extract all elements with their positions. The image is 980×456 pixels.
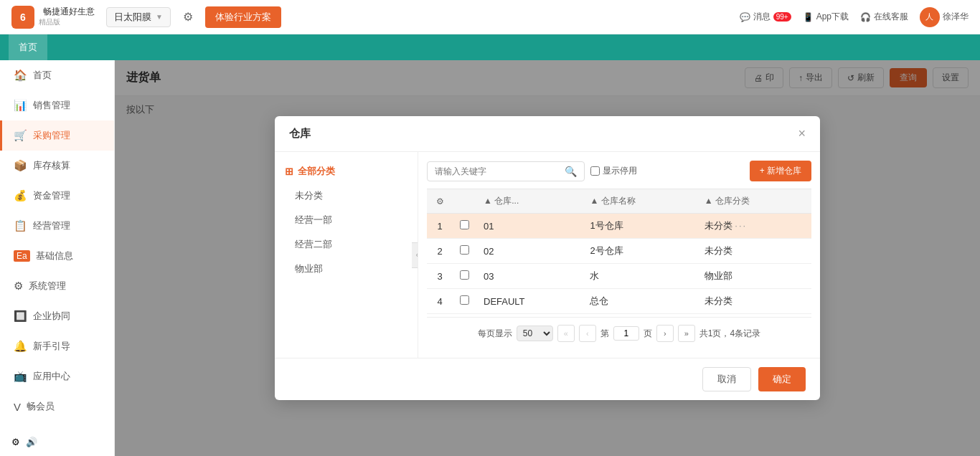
table-row[interactable]: 3 03 水 物业部	[427, 264, 811, 289]
modal-body: ⊞ 全部分类 未分类 经营一部 经营二部 物业部 «	[275, 152, 820, 358]
category-all-label: 全部分类	[298, 165, 335, 178]
settings-icon[interactable]: ⚙	[11, 437, 20, 447]
gear-icon: ⚙	[183, 10, 193, 24]
enterprise-icon: 🔲	[14, 310, 27, 323]
show-disabled-checkbox[interactable]: 显示停用	[590, 165, 637, 177]
row-code: 02	[476, 239, 583, 264]
col-checkbox	[453, 189, 476, 214]
online-service-item[interactable]: 🎧 在线客服	[860, 11, 908, 23]
modal-footer: 取消 确定	[275, 358, 820, 400]
first-page-button[interactable]: «	[557, 325, 575, 342]
avatar: 人	[920, 7, 940, 27]
row-checkbox-cell[interactable]	[453, 239, 476, 264]
sidebar-item-apps-label: 应用中心	[33, 370, 70, 383]
sidebar-item-purchase-label: 采购管理	[33, 129, 70, 142]
sidebar-item-basic-info[interactable]: Ea 基础信息	[0, 241, 114, 271]
gear-button[interactable]: ⚙	[176, 6, 199, 29]
sidebar-item-guide[interactable]: 🔔 新手引导	[0, 331, 114, 361]
sidebar-item-membership[interactable]: V 畅会员	[0, 391, 114, 422]
sidebar-item-home[interactable]: 🏠 首页	[0, 60, 114, 90]
row-name: 1号仓库	[583, 214, 697, 239]
trial-button[interactable]: 体验行业方案	[205, 6, 281, 28]
sidebar-item-finance-label: 资金管理	[33, 189, 70, 202]
guide-icon: 🔔	[14, 340, 27, 353]
content-area: 进货单 🖨 印 ↑ 导出 ↺ 刷新 查询 设置 按以下 仓库 ×	[115, 60, 980, 456]
sidebar-item-sales-label: 销售管理	[33, 99, 70, 112]
apps-icon: 📺	[14, 370, 27, 383]
last-page-button[interactable]: »	[678, 325, 695, 342]
row-category: 未分类	[697, 239, 811, 264]
table-row[interactable]: 1 01 1号仓库 未分类 ···	[427, 214, 811, 239]
search-bar: 🔍 显示停用 + 新增仓库	[427, 161, 811, 181]
sidebar-item-operations[interactable]: 📋 经营管理	[0, 211, 114, 241]
col-name: ▲ 仓库名称	[583, 189, 697, 214]
per-page-select[interactable]: 50 20 100	[517, 326, 553, 341]
row-checkbox[interactable]	[460, 270, 469, 280]
row-num: 1	[427, 214, 453, 239]
search-input[interactable]	[435, 166, 565, 176]
cancel-button[interactable]: 取消	[702, 367, 751, 391]
show-disabled-input[interactable]	[590, 166, 600, 176]
page-label: 第	[600, 328, 609, 340]
sidebar-item-inventory[interactable]: 📦 库存核算	[0, 151, 114, 181]
row-checkbox[interactable]	[460, 295, 469, 305]
category-all-header[interactable]: ⊞ 全部分类	[275, 159, 418, 184]
search-icon: 🔍	[565, 166, 577, 177]
category-item-unclassified[interactable]: 未分类	[275, 184, 418, 208]
sidebar-item-basic-info-label: 基础信息	[36, 250, 73, 262]
row-num: 2	[427, 239, 453, 264]
row-checkbox-cell[interactable]	[453, 214, 476, 239]
store-selector[interactable]: 日太阳膜 ▼	[106, 7, 171, 27]
next-page-button[interactable]: ›	[656, 325, 674, 342]
row-category: 物业部	[697, 264, 811, 289]
nav-tab-home[interactable]: 首页	[9, 34, 47, 60]
inventory-icon: 📦	[14, 159, 27, 172]
right-panel: 🔍 显示停用 + 新增仓库 ⚙	[418, 152, 820, 358]
membership-icon: V	[14, 401, 21, 413]
row-checkbox-cell[interactable]	[453, 264, 476, 289]
row-num: 3	[427, 264, 453, 289]
row-checkbox[interactable]	[460, 220, 469, 229]
row-checkbox[interactable]	[460, 245, 469, 255]
close-button[interactable]: ×	[798, 126, 806, 141]
sidebar-item-sales[interactable]: 📊 销售管理	[0, 90, 114, 120]
volume-icon[interactable]: 🔊	[26, 437, 37, 447]
sidebar-item-purchase[interactable]: 🛒 采购管理	[0, 120, 114, 151]
sidebar-item-home-label: 首页	[33, 69, 52, 82]
sidebar-item-enterprise-label: 企业协同	[33, 310, 70, 323]
row-checkbox-cell[interactable]	[453, 289, 476, 314]
app-download-label: App下载	[816, 11, 849, 23]
nav-tabs-bar: 首页	[0, 34, 980, 60]
sidebar-item-system[interactable]: ⚙ 系统管理	[0, 271, 114, 301]
action-dots[interactable]: ···	[735, 220, 747, 231]
message-item[interactable]: 💬 消息 99+	[740, 11, 791, 23]
app-logo: 6 畅捷通好生意 精品版	[11, 6, 95, 29]
category-item-ops2[interactable]: 经营二部	[275, 232, 418, 257]
row-code: DEFAULT	[476, 289, 583, 314]
category-item-ops1[interactable]: 经营一部	[275, 208, 418, 232]
sidebar-item-enterprise[interactable]: 🔲 企业协同	[0, 301, 114, 331]
user-profile[interactable]: 人 徐泽华	[920, 7, 969, 27]
row-category: 未分类 ···	[697, 214, 811, 239]
add-warehouse-button[interactable]: + 新增仓库	[750, 161, 811, 181]
sidebar-item-guide-label: 新手引导	[33, 340, 70, 353]
message-icon: 💬	[740, 12, 750, 22]
category-item-property[interactable]: 物业部	[275, 257, 418, 281]
sidebar-item-system-label: 系统管理	[29, 280, 66, 293]
confirm-button[interactable]: 确定	[758, 367, 806, 391]
prev-page-button[interactable]: ‹	[579, 325, 596, 342]
search-input-wrap: 🔍	[427, 161, 585, 181]
warehouse-modal: 仓库 × ⊞ 全部分类 未分类 经营一部 经	[275, 116, 820, 400]
table-row[interactable]: 2 02 2号仓库 未分类	[427, 239, 811, 264]
page-input[interactable]	[613, 326, 639, 341]
table-row[interactable]: 4 DEFAULT 总仓 未分类	[427, 289, 811, 314]
app-download-item[interactable]: 📱 App下载	[803, 11, 849, 23]
per-page-label: 每页显示	[478, 328, 512, 340]
collapse-button[interactable]: «	[412, 242, 418, 268]
store-name: 日太阳膜	[114, 11, 151, 24]
home-icon: 🏠	[14, 69, 27, 82]
sidebar-item-apps[interactable]: 📺 应用中心	[0, 361, 114, 391]
sidebar-item-finance[interactable]: 💰 资金管理	[0, 181, 114, 211]
online-service-label: 在线客服	[874, 11, 908, 23]
main-layout: 🏠 首页 📊 销售管理 🛒 采购管理 📦 库存核算 💰 资金管理 📋 经营管理 …	[0, 60, 980, 456]
